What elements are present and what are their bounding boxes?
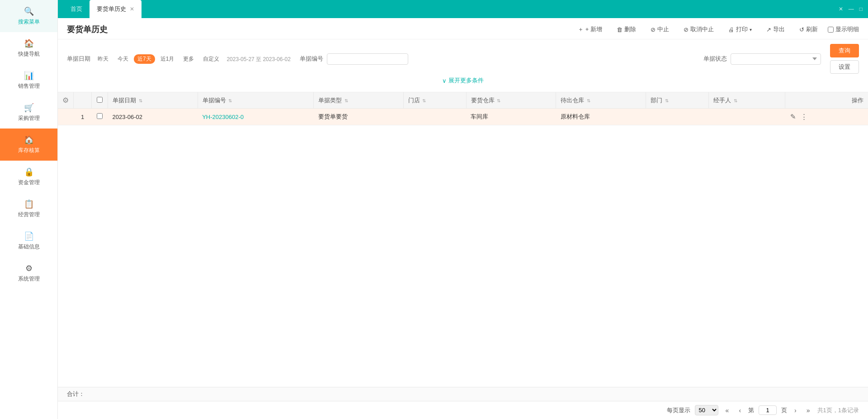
- th-store: 门店 ⇅: [403, 92, 466, 109]
- td-store: [403, 109, 466, 125]
- sort-icon-doctype[interactable]: ⇅: [344, 98, 348, 103]
- td-req-warehouse: 车间库: [466, 109, 556, 125]
- sort-icon-pending-wh[interactable]: ⇅: [587, 98, 590, 103]
- doc-no-input[interactable]: [327, 53, 408, 65]
- sort-icon-req-wh[interactable]: ⇅: [497, 98, 500, 103]
- th-operations-label: 操作: [852, 97, 863, 104]
- sidebar-item-label: 基础信息: [18, 243, 40, 251]
- page-header: 要货单历史 ＋ + 新增 🗑 删除 ⊘ 中止 ⊘ 取消中止: [58, 18, 868, 39]
- th-checkbox: [92, 92, 108, 109]
- sidebar-item-purchase[interactable]: 🛒 采购管理: [0, 96, 57, 129]
- sidebar-item-label: 采购管理: [18, 114, 40, 122]
- th-pending-warehouse-label: 待出仓库: [561, 97, 584, 104]
- doc-no-link[interactable]: YH-20230602-0: [202, 114, 244, 120]
- tab-order-history-label: 要货单历史: [97, 5, 126, 13]
- sidebar-item-label: 搜索菜单: [18, 18, 40, 26]
- print-button[interactable]: 🖨 打印 ▾: [724, 24, 756, 35]
- sidebar-item-operations[interactable]: 📋 经营管理: [0, 193, 57, 225]
- tab-home[interactable]: 首页: [63, 0, 90, 18]
- sidebar-item-system[interactable]: ⚙ 系统管理: [0, 257, 57, 289]
- last-page-button[interactable]: »: [804, 406, 813, 415]
- document-icon: 📄: [24, 231, 34, 241]
- sidebar-item-label: 销售管理: [18, 82, 40, 90]
- main-area: 首页 要货单历史 ✕ ✕ — □ 要货单历史 ＋ + 新增 🗑 删除: [58, 0, 868, 419]
- th-doc-type: 单据类型 ⇅: [314, 92, 404, 109]
- td-row-settings: [58, 109, 74, 125]
- date-shortcut-last-month[interactable]: 近1月: [157, 54, 178, 64]
- sort-icon-handler[interactable]: ⇅: [734, 98, 737, 103]
- clipboard-icon: 📋: [24, 199, 34, 209]
- date-filter-group: 单据日期 昨天 今天 近7天 近1月 更多 自定义 2023-05-27 至 2…: [67, 54, 291, 64]
- sidebar-item-inventory[interactable]: 🏠 库存核算: [0, 129, 57, 161]
- sort-icon-docno[interactable]: ⇅: [228, 98, 232, 103]
- query-button[interactable]: 查询: [830, 44, 859, 57]
- query-buttons: 查询 设置: [830, 44, 859, 74]
- sidebar-item-sales[interactable]: 📊 销售管理: [0, 64, 57, 96]
- orders-table: ⚙ 单据日期 ⇅ 单据编号 ⇅: [58, 92, 868, 125]
- th-settings: ⚙: [58, 92, 74, 109]
- gear-icon: ⚙: [25, 263, 33, 273]
- tab-close-icon[interactable]: ✕: [130, 6, 134, 12]
- date-shortcut-today[interactable]: 今天: [114, 54, 132, 64]
- new-label: + 新增: [585, 25, 602, 33]
- doc-no-label: 单据编号: [300, 55, 323, 63]
- chart-icon: 📊: [24, 71, 34, 81]
- sidebar-item-quick-nav[interactable]: 🏠 快捷导航: [0, 32, 57, 64]
- sidebar-item-finance[interactable]: 🔒 资金管理: [0, 161, 57, 193]
- date-shortcut-more[interactable]: 更多: [179, 54, 198, 64]
- sort-icon-dept[interactable]: ⇅: [665, 98, 669, 103]
- select-all-checkbox[interactable]: [97, 97, 103, 103]
- delete-button[interactable]: 🗑 删除: [612, 24, 641, 35]
- column-settings-icon[interactable]: ⚙: [62, 96, 69, 104]
- date-range-display: 2023-05-27 至 2023-06-02: [226, 56, 290, 63]
- sidebar-item-label: 经营管理: [18, 211, 40, 219]
- status-select[interactable]: [731, 53, 821, 65]
- date-filter-label: 单据日期: [67, 55, 90, 63]
- th-department: 部门 ⇅: [646, 92, 709, 109]
- window-maximize-icon[interactable]: □: [859, 6, 863, 12]
- prev-page-button[interactable]: ‹: [736, 406, 744, 415]
- per-page-select[interactable]: 50 100 200: [695, 405, 718, 415]
- th-doc-type-label: 单据类型: [318, 97, 342, 104]
- sidebar-item-basic-info[interactable]: 📄 基础信息: [0, 225, 57, 257]
- sidebar-item-search-menu[interactable]: 🔍 搜索菜单: [0, 0, 57, 32]
- cancel-stop-button[interactable]: ⊘ 取消中止: [679, 24, 718, 35]
- row-more-icon[interactable]: ⋮: [800, 112, 808, 122]
- sidebar-item-label: 系统管理: [18, 275, 40, 283]
- display-detail-toggle[interactable]: 显示明细: [828, 25, 859, 33]
- table-footer: 合计：: [58, 387, 868, 401]
- th-req-warehouse: 要货仓库 ⇅: [466, 92, 556, 109]
- display-detail-checkbox[interactable]: [828, 27, 834, 33]
- date-shortcut-last7days[interactable]: 近7天: [134, 54, 155, 64]
- stop-button[interactable]: ⊘ 中止: [646, 24, 674, 35]
- new-button[interactable]: ＋ + 新增: [573, 24, 607, 35]
- next-page-button[interactable]: ›: [792, 406, 799, 415]
- sort-icon-store[interactable]: ⇅: [422, 98, 426, 103]
- filter-row: 单据日期 昨天 今天 近7天 近1月 更多 自定义 2023-05-27 至 2…: [67, 44, 859, 74]
- cancel-stop-icon: ⊘: [684, 26, 689, 33]
- date-shortcut-custom[interactable]: 自定义: [199, 54, 223, 64]
- status-filter-group: 单据状态: [417, 53, 821, 65]
- td-checkbox: [92, 109, 108, 125]
- first-page-button[interactable]: «: [723, 406, 732, 415]
- pagination: 每页显示 50 100 200 « ‹ 第 页 › » 共1页，1条记录: [58, 401, 868, 419]
- sidebar-item-label: 快捷导航: [18, 50, 40, 58]
- cancel-stop-label: 取消中止: [690, 25, 714, 33]
- tab-order-history[interactable]: 要货单历史 ✕: [90, 0, 142, 18]
- page-number-input[interactable]: [759, 405, 777, 415]
- sort-icon-date[interactable]: ⇅: [139, 98, 142, 103]
- row-checkbox[interactable]: [97, 113, 103, 119]
- row-edit-icon[interactable]: ✎: [789, 112, 797, 122]
- date-shortcut-yesterday[interactable]: 昨天: [94, 54, 112, 64]
- window-minimize-icon[interactable]: —: [849, 6, 854, 12]
- export-button[interactable]: ↗ 导出: [762, 24, 789, 35]
- table-row: 1 2023-06-02 YH-20230602-0 要货单要货 车间库 原材料…: [58, 109, 868, 125]
- th-doc-no-label: 单据编号: [203, 97, 226, 104]
- sidebar-item-label: 库存核算: [18, 147, 40, 154]
- total-info: 共1页，1条记录: [817, 406, 859, 414]
- settings-button[interactable]: 设置: [830, 60, 859, 74]
- refresh-button[interactable]: ↺ 刷新: [795, 24, 822, 35]
- window-close-icon[interactable]: ✕: [839, 6, 843, 12]
- table-body: 1 2023-06-02 YH-20230602-0 要货单要货 车间库 原材料…: [58, 109, 868, 125]
- expand-more-conditions[interactable]: ∨ 展开更多条件: [67, 74, 859, 87]
